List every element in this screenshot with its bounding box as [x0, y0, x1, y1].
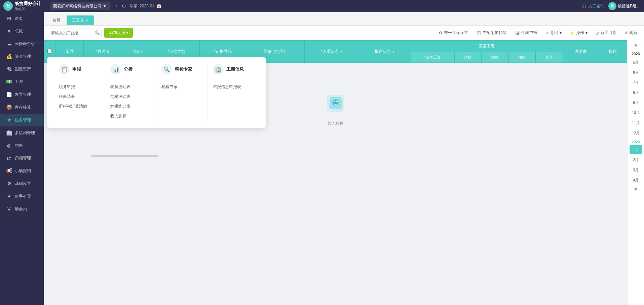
- shenbao-icon: 📋: [59, 64, 70, 75]
- gongshang-icon: 🏢: [213, 64, 224, 75]
- dropdown-overlay: [0, 0, 644, 305]
- menu-item-tax-fluctuation[interactable]: 纳税波动表: [110, 92, 151, 102]
- menu-item-income-tax[interactable]: 所得税汇算清缴: [59, 102, 100, 111]
- menu-item-tax-expert[interactable]: 税检专家: [161, 82, 202, 92]
- menu-section-shuijian: 🔍 税检专家 税检专家: [156, 64, 208, 121]
- menu-section-fenxi: 📊 分析 税负波动表 纳税波动表 纳税统计表 收入测算: [105, 64, 157, 121]
- menu-item-tax-table[interactable]: 税表清册: [59, 92, 100, 102]
- menu-section-gongshang: 🏢 工商信息 年报信息申报表: [208, 64, 259, 121]
- dropdown-menu: 📋 申报 税务申报 税表清册 所得税汇算清缴 📊 分析 税负波动表 纳税波动表 …: [47, 57, 266, 128]
- menu-item-tax-stats[interactable]: 纳税统计表: [110, 102, 151, 111]
- shuijian-icon: 🔍: [161, 64, 172, 75]
- menu-section-title-fenxi: 分析: [124, 66, 132, 72]
- menu-section-title-shenbao: 申报: [72, 66, 81, 72]
- menu-section-title-shuijian: 税检专家: [175, 66, 192, 72]
- menu-section-title-gongshang: 工商信息: [226, 66, 244, 72]
- menu-item-tax-declare[interactable]: 税务申报: [59, 82, 100, 92]
- menu-section-header-fenxi: 📊 分析: [110, 64, 151, 77]
- menu-item-annual-report[interactable]: 年报信息申报表: [213, 82, 254, 92]
- menu-section-header-shenbao: 📋 申报: [59, 64, 100, 77]
- menu-section-header-shuijian: 🔍 税检专家: [161, 64, 202, 77]
- menu-section-header-gongshang: 🏢 工商信息: [213, 64, 254, 77]
- menu-section-shenbao: 📋 申报 税务申报 税表清册 所得税汇算清缴: [54, 64, 105, 121]
- menu-item-tax-burden[interactable]: 税负波动表: [110, 82, 151, 92]
- menu-item-income-estimate[interactable]: 收入测算: [110, 111, 151, 121]
- fenxi-icon: 📊: [110, 64, 121, 75]
